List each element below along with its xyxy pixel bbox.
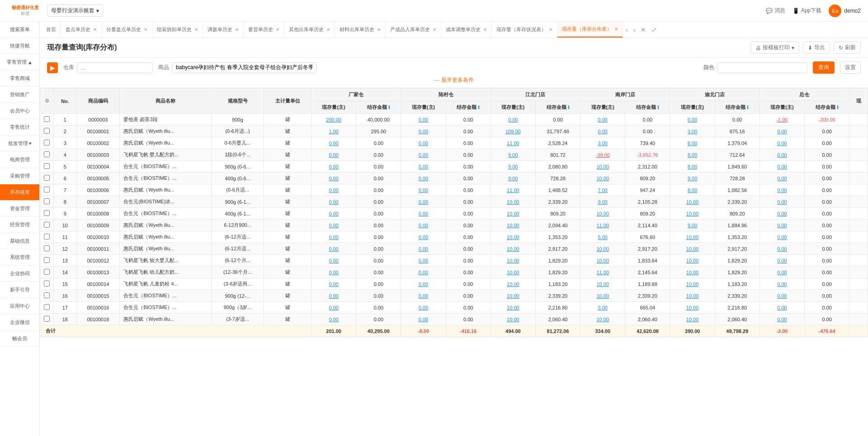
- row-ybq[interactable]: 0.00: [670, 114, 715, 126]
- tab-material-out[interactable]: 材料出库单历史 ✕: [335, 22, 386, 38]
- row-cfq[interactable]: 200.00: [311, 114, 356, 126]
- row-totq[interactable]: 0.00: [760, 208, 804, 220]
- checkbox[interactable]: [44, 140, 50, 145]
- row-checkbox[interactable]: [40, 290, 54, 302]
- row-naq[interactable]: 10.00: [580, 255, 625, 267]
- close-icon[interactable]: ✕: [614, 27, 618, 32]
- row-naq[interactable]: 5.00: [580, 231, 625, 243]
- row-jbq[interactable]: 10.00: [491, 314, 535, 325]
- row-lvq[interactable]: 0.00: [401, 114, 446, 126]
- row-naq[interactable]: 10.00: [580, 278, 625, 290]
- close-icon[interactable]: ✕: [549, 27, 552, 32]
- row-checkbox[interactable]: [40, 231, 54, 243]
- sidebar-item-search[interactable]: 搜索英单: [0, 22, 39, 38]
- row-jbq[interactable]: 10.00: [491, 267, 535, 278]
- row-naq[interactable]: -39.00: [580, 149, 625, 161]
- row-lvq[interactable]: 0.00: [401, 290, 446, 302]
- tab-next-btn[interactable]: ›: [631, 22, 638, 38]
- sidebar-item-marketing[interactable]: 营销推广: [0, 87, 39, 103]
- sidebar-item-guide[interactable]: 新手引导: [0, 282, 39, 298]
- color-input[interactable]: [717, 62, 807, 73]
- row-ybq[interactable]: 10.00: [670, 267, 715, 278]
- row-ybq[interactable]: 10.00: [670, 208, 715, 220]
- close-icon[interactable]: ✕: [326, 27, 330, 32]
- tab-product-in[interactable]: 产成品入库单历史 ✕: [386, 22, 441, 38]
- row-jbq[interactable]: 9.00: [491, 173, 535, 184]
- row-jbq[interactable]: 9.00: [491, 161, 535, 173]
- row-checkbox[interactable]: [40, 149, 54, 161]
- row-naq[interactable]: 10.00: [580, 314, 625, 325]
- row-checkbox[interactable]: [40, 196, 54, 208]
- row-checkbox[interactable]: [40, 267, 54, 278]
- row-checkbox[interactable]: [40, 184, 54, 196]
- industry-selector[interactable]: 母婴行业演示账套 ▾: [47, 5, 103, 17]
- row-naq[interactable]: 11.00: [580, 267, 625, 278]
- filter-expand[interactable]: ⋯ 展开更多条件: [47, 76, 861, 84]
- close-icon[interactable]: ✕: [235, 27, 239, 32]
- close-icon[interactable]: ✕: [483, 27, 487, 32]
- row-naq[interactable]: 10.00: [580, 243, 625, 255]
- row-lvq[interactable]: 0.00: [401, 137, 446, 149]
- row-totq[interactable]: 0.00: [760, 290, 804, 302]
- row-checkbox[interactable]: [40, 255, 54, 267]
- sidebar-item-appcenter[interactable]: 应用中心: [0, 298, 39, 314]
- close-icon[interactable]: ✕: [194, 27, 198, 32]
- row-totq[interactable]: 0.00: [760, 255, 804, 267]
- refresh-button[interactable]: ↻ 刷新: [834, 42, 861, 54]
- sidebar-item-wechat[interactable]: 企业微信: [0, 314, 39, 331]
- row-jbq[interactable]: 0.00: [491, 114, 535, 126]
- row-lvq[interactable]: 0.00: [401, 184, 446, 196]
- row-jbq[interactable]: 11.00: [491, 137, 535, 149]
- tab-prev-btn[interactable]: ‹: [623, 22, 631, 38]
- row-naq[interactable]: 3.00: [580, 137, 625, 149]
- row-checkbox[interactable]: [40, 126, 54, 137]
- tab-adjust[interactable]: 调拨单历史 ✕: [203, 22, 244, 38]
- row-cfq[interactable]: 0.00: [311, 314, 356, 325]
- row-naq[interactable]: 10.00: [580, 161, 625, 173]
- checkbox[interactable]: [44, 163, 50, 169]
- row-lvq[interactable]: 0.00: [401, 161, 446, 173]
- tab-order[interactable]: 要货单历史 ✕: [244, 22, 284, 38]
- row-lvq[interactable]: 0.00: [401, 220, 446, 231]
- checkbox[interactable]: [44, 269, 50, 275]
- row-jbq[interactable]: 10.00: [491, 231, 535, 243]
- close-icon[interactable]: ✕: [93, 27, 97, 32]
- row-cfq[interactable]: 0.00: [311, 231, 356, 243]
- tab-stock-dist[interactable]: 现存量（库存分布表） ✕: [557, 22, 623, 38]
- tab-check-single[interactable]: 盘点单历史 ✕: [61, 22, 102, 38]
- user-profile[interactable]: Ea demo2: [829, 5, 861, 17]
- row-naq[interactable]: 0.00: [580, 126, 625, 137]
- row-totq[interactable]: 0.00: [760, 220, 804, 231]
- row-jbq[interactable]: 11.00: [491, 184, 535, 196]
- row-totq[interactable]: 0.00: [760, 314, 804, 325]
- checkbox[interactable]: [44, 151, 50, 157]
- row-naq[interactable]: 10.00: [580, 208, 625, 220]
- row-lvq[interactable]: 0.00: [401, 243, 446, 255]
- row-lvq[interactable]: 0.00: [401, 267, 446, 278]
- row-totq[interactable]: 0.00: [760, 184, 804, 196]
- row-lvq[interactable]: 0.00: [401, 173, 446, 184]
- row-cfq[interactable]: 0.00: [311, 290, 356, 302]
- sidebar-item-system[interactable]: 系统管理: [0, 249, 39, 266]
- row-totq[interactable]: 0.00: [760, 161, 804, 173]
- filter-toggle-btn[interactable]: ▶: [47, 62, 58, 73]
- th-gear[interactable]: ⚙: [40, 89, 54, 114]
- row-ybq[interactable]: 10.00: [670, 243, 715, 255]
- checkbox[interactable]: [44, 198, 50, 204]
- row-checkbox[interactable]: [40, 161, 54, 173]
- row-cfq[interactable]: 0.00: [311, 255, 356, 267]
- row-jbq[interactable]: 109.00: [491, 126, 535, 137]
- row-cfq[interactable]: 0.00: [311, 184, 356, 196]
- sidebar-item-quick[interactable]: 快捷导航: [0, 38, 39, 54]
- row-ybq[interactable]: 10.00: [670, 196, 715, 208]
- row-totq[interactable]: 0.00: [760, 149, 804, 161]
- sidebar-item-basic[interactable]: 基础信息: [0, 233, 39, 249]
- tab-check-branch[interactable]: 分量盘点单历史 ✕: [102, 22, 152, 38]
- export-button[interactable]: ⬇ 导出: [803, 42, 830, 54]
- checkbox[interactable]: [44, 210, 50, 216]
- row-ybq[interactable]: 10.00: [670, 302, 715, 314]
- tab-stock-status[interactable]: 现存量（库存状况表） ✕: [492, 22, 557, 38]
- close-icon[interactable]: ✕: [144, 27, 147, 32]
- row-cfq[interactable]: 1.00: [311, 126, 356, 137]
- tab-maximize-btn[interactable]: ⤢: [649, 22, 660, 38]
